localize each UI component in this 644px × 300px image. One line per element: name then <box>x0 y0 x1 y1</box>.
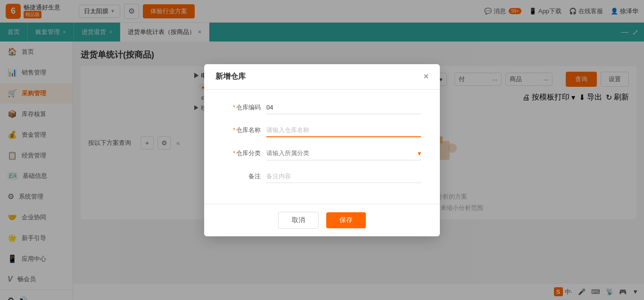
warehouse-code-label: *仓库编码 <box>223 103 261 112</box>
modal-footer: 取消 保存 <box>204 204 440 236</box>
warehouse-name-row: *仓库名称 <box>223 124 421 137</box>
modal-overlay: 新增仓库 × *仓库编码 *仓库名称 *仓库分类 <box>0 0 644 300</box>
warehouse-category-select[interactable]: ▾ <box>266 147 421 160</box>
modal-body: *仓库编码 *仓库名称 *仓库分类 ▾ <box>204 90 440 204</box>
warehouse-notes-row: 备注 <box>223 170 421 183</box>
warehouse-category-input[interactable] <box>266 150 418 157</box>
warehouse-notes-label: 备注 <box>223 172 261 181</box>
warehouse-code-input[interactable] <box>266 101 421 114</box>
add-warehouse-modal: 新增仓库 × *仓库编码 *仓库名称 *仓库分类 <box>204 64 440 236</box>
category-dropdown-icon[interactable]: ▾ <box>418 150 421 157</box>
cancel-button[interactable]: 取消 <box>278 212 319 229</box>
warehouse-name-label: *仓库名称 <box>223 126 261 134</box>
modal-title: 新增仓库 <box>215 72 246 82</box>
warehouse-category-row: *仓库分类 ▾ <box>223 147 421 160</box>
save-button[interactable]: 保存 <box>326 212 366 228</box>
warehouse-name-input[interactable] <box>266 124 421 137</box>
modal-header: 新增仓库 × <box>204 64 440 90</box>
warehouse-notes-input[interactable] <box>266 170 421 183</box>
warehouse-code-row: *仓库编码 <box>223 101 421 114</box>
warehouse-category-label: *仓库分类 <box>223 149 261 158</box>
modal-close-button[interactable]: × <box>423 72 429 82</box>
